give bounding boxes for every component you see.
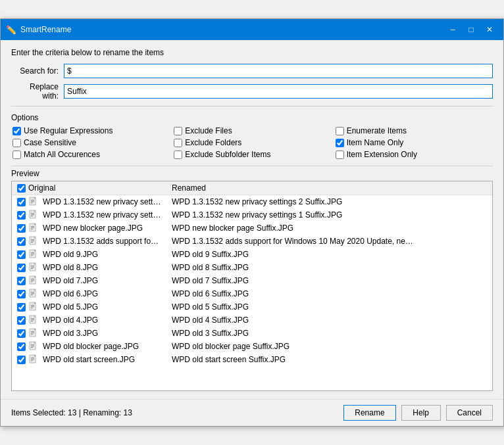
svg-rect-76 (31, 358, 34, 358)
row-checkbox-11[interactable] (17, 342, 26, 351)
footer-buttons: Rename Help Cancel (343, 405, 493, 421)
svg-rect-30 (31, 255, 33, 256)
preview-table: Original Renamed WPD 1.3.1532 new privac… (12, 181, 492, 366)
cancel-button[interactable]: Cancel (446, 405, 493, 421)
row-checkbox-10[interactable] (17, 329, 26, 338)
main-content: Enter the criteria below to rename the i… (1, 40, 503, 399)
svg-rect-34 (31, 266, 34, 266)
table-row: WPD old 6.JPGWPD old 6 Suffix.JPG (12, 287, 492, 300)
svg-rect-53 (31, 306, 34, 307)
file-icon (28, 302, 39, 312)
table-header-row: Original Renamed (12, 181, 492, 195)
option-item-extension-only[interactable]: Item Extension Only (336, 150, 491, 159)
minimize-button[interactable]: – (444, 23, 461, 36)
maximize-button[interactable]: □ (463, 23, 480, 36)
row-checkbox-1[interactable] (17, 211, 26, 220)
options-divider (11, 106, 493, 106)
svg-rect-17 (31, 227, 34, 228)
checkbox-use-regex[interactable] (13, 127, 21, 135)
svg-rect-6 (31, 202, 33, 203)
renamed-cell: WPD 1.3.1532 new privacy settings 1 Suff… (166, 208, 492, 222)
rename-button[interactable]: Rename (343, 405, 395, 421)
options-title: Options (11, 113, 493, 122)
preview-section: Preview Original Renamed (11, 169, 493, 391)
row-checkbox-5[interactable] (17, 264, 26, 272)
checkbox-item-extension-only[interactable] (336, 151, 344, 159)
file-icon (28, 289, 39, 299)
svg-rect-52 (31, 305, 34, 306)
option-use-regex[interactable]: Use Regular Expressions (13, 126, 168, 135)
row-checkbox-7[interactable] (17, 290, 26, 298)
row-checkbox-4[interactable] (17, 250, 26, 259)
search-label: Search for: (11, 66, 64, 76)
row-checkbox-3[interactable] (17, 237, 26, 246)
svg-rect-4 (31, 200, 34, 200)
original-filename: WPD old 8.JPG (43, 263, 98, 272)
option-match-all[interactable]: Match All Occurences (13, 150, 168, 159)
original-filename: WPD 1.3.1532 new privacy settings 2.JPG (43, 197, 161, 206)
file-icon (28, 197, 39, 207)
preview-table-container[interactable]: Original Renamed WPD 1.3.1532 new privac… (11, 181, 493, 391)
checkbox-exclude-files[interactable] (174, 127, 182, 135)
replace-input[interactable] (64, 84, 493, 99)
checkbox-exclude-folders[interactable] (174, 139, 182, 147)
renamed-cell: WPD 1.3.1532 adds support for Windows 10… (166, 235, 492, 248)
checkbox-item-name-only[interactable] (336, 139, 344, 147)
svg-rect-48 (31, 294, 33, 295)
original-filename: WPD old 4.JPG (43, 316, 98, 325)
checkbox-enumerate-items[interactable] (336, 127, 344, 135)
option-case-sensitive[interactable]: Case Sensitive (13, 138, 168, 147)
svg-rect-71 (31, 346, 34, 346)
row-checkbox-12[interactable] (17, 356, 26, 364)
table-row: WPD old 4.JPGWPD old 4 Suffix.JPG (12, 314, 492, 327)
help-button[interactable]: Help (401, 405, 441, 421)
svg-rect-47 (31, 293, 34, 294)
option-item-name-only[interactable]: Item Name Only (336, 138, 491, 147)
replace-label: Replace with: (11, 82, 64, 101)
original-cell: WPD old 3.JPG (12, 327, 166, 340)
renamed-cell: WPD old 7 Suffix.JPG (166, 274, 492, 287)
table-row: WPD old blocker page.JPGWPD old blocker … (12, 340, 492, 353)
instructions-text: Enter the criteria below to rename the i… (11, 48, 493, 57)
preview-divider (11, 166, 493, 166)
table-row: WPD old 7.JPGWPD old 7 Suffix.JPG (12, 274, 492, 287)
row-checkbox-6[interactable] (17, 277, 26, 285)
app-icon: ✏️ (6, 24, 16, 35)
footer: Items Selected: 13 | Renaming: 13 Rename… (1, 399, 503, 426)
svg-rect-36 (31, 268, 33, 269)
select-all-checkbox[interactable] (17, 184, 26, 193)
renamed-cell: WPD old 6 Suffix.JPG (166, 287, 492, 300)
table-row: WPD 1.3.1532 new privacy settings 2.JPGW… (12, 195, 492, 209)
original-filename: WPD new blocker page.JPG (43, 223, 143, 233)
option-exclude-folders[interactable]: Exclude Folders (174, 138, 330, 147)
svg-rect-65 (31, 333, 34, 333)
option-exclude-subfolder[interactable]: Exclude Subfolder Items (174, 150, 330, 159)
replace-row: Replace with: (11, 82, 493, 101)
renamed-cell: WPD old 3 Suffix.JPG (166, 327, 492, 340)
checkbox-case-sensitive[interactable] (13, 139, 21, 147)
row-checkbox-0[interactable] (17, 198, 26, 206)
svg-rect-12 (31, 216, 33, 216)
file-icon (28, 223, 39, 233)
table-row: WPD old 8.JPGWPD old 8 Suffix.JPG (12, 261, 492, 274)
svg-rect-72 (31, 347, 33, 348)
svg-rect-24 (31, 242, 33, 243)
row-checkbox-8[interactable] (17, 303, 26, 312)
svg-rect-60 (31, 321, 33, 321)
file-icon (28, 210, 39, 220)
checkbox-match-all[interactable] (13, 151, 21, 159)
row-checkbox-9[interactable] (17, 316, 26, 325)
option-enumerate-items[interactable]: Enumerate Items (336, 126, 491, 135)
close-button[interactable]: ✕ (481, 23, 498, 36)
svg-rect-28 (31, 252, 34, 253)
original-cell: WPD old 4.JPG (12, 314, 166, 327)
svg-rect-23 (31, 241, 34, 241)
original-cell: WPD old blocker page.JPG (12, 340, 166, 353)
original-filename: WPD 1.3.1532 adds support for Windows 10… (43, 237, 161, 246)
search-row: Search for: (11, 64, 493, 78)
search-input[interactable] (64, 64, 493, 78)
svg-rect-77 (31, 359, 34, 360)
option-exclude-files[interactable]: Exclude Files (174, 126, 330, 135)
checkbox-exclude-subfolder[interactable] (174, 151, 182, 159)
row-checkbox-2[interactable] (17, 224, 26, 233)
